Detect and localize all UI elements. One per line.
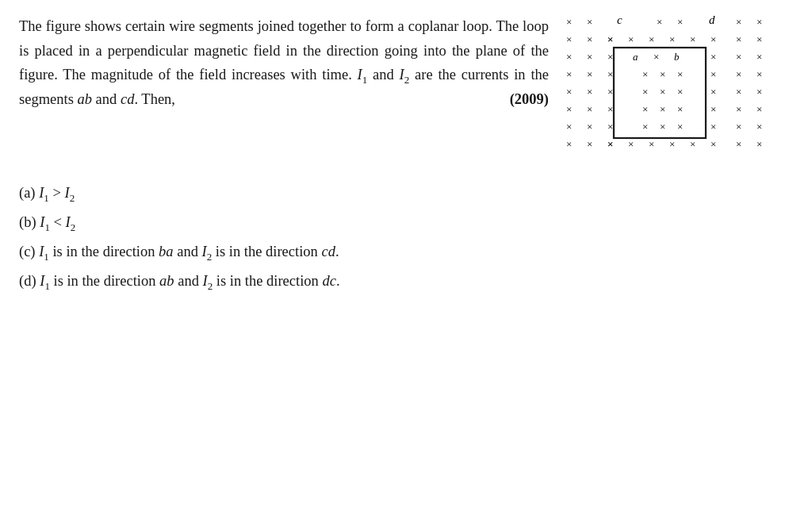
field-diagram: × × × × × × c d × × × ×: [563, 14, 779, 173]
svg-text:×: ×: [710, 51, 716, 63]
svg-text:×: ×: [736, 33, 741, 45]
svg-text:×: ×: [736, 68, 741, 80]
svg-text:×: ×: [710, 121, 716, 133]
svg-text:×: ×: [677, 16, 683, 28]
svg-text:×: ×: [566, 86, 572, 98]
svg-text:×: ×: [587, 16, 592, 28]
svg-text:×: ×: [642, 68, 648, 80]
svg-text:×: ×: [756, 103, 762, 115]
svg-text:×: ×: [607, 68, 613, 80]
svg-text:×: ×: [756, 51, 762, 63]
option-c: (c) I1 is in the direction ba and I2 is …: [19, 238, 793, 266]
svg-text:×: ×: [736, 121, 741, 133]
page-content: The figure shows certain wire segments j…: [19, 14, 793, 298]
svg-text:×: ×: [657, 16, 662, 28]
svg-text:×: ×: [587, 121, 592, 133]
svg-text:×: ×: [587, 138, 592, 150]
svg-text:×: ×: [677, 86, 683, 98]
option-b-label: (b): [19, 214, 40, 230]
svg-text:×: ×: [756, 86, 762, 98]
svg-text:×: ×: [669, 33, 675, 45]
svg-text:×: ×: [736, 103, 741, 115]
svg-text:×: ×: [710, 86, 716, 98]
svg-text:×: ×: [690, 138, 695, 150]
svg-text:×: ×: [736, 86, 741, 98]
svg-text:×: ×: [677, 68, 683, 80]
svg-text:×: ×: [566, 103, 572, 115]
svg-text:×: ×: [710, 33, 716, 45]
figure-area: × × × × × × c d × × × ×: [563, 14, 793, 173]
svg-text:×: ×: [587, 86, 592, 98]
svg-text:×: ×: [642, 86, 648, 98]
question-block: The figure shows certain wire segments j…: [19, 14, 793, 173]
svg-text:×: ×: [628, 33, 634, 45]
svg-text:×: ×: [677, 121, 683, 133]
svg-text:a: a: [633, 51, 638, 63]
option-c-label: (c): [19, 244, 39, 259]
svg-text:×: ×: [642, 103, 648, 115]
svg-text:×: ×: [677, 103, 683, 115]
svg-text:×: ×: [607, 138, 613, 150]
svg-text:×: ×: [642, 121, 648, 133]
svg-text:×: ×: [607, 33, 613, 45]
options-block: (a) I1 > I2 (b) I1 < I2 (c) I1 is in the…: [19, 179, 793, 296]
svg-text:×: ×: [566, 33, 572, 45]
svg-text:×: ×: [587, 103, 592, 115]
svg-text:×: ×: [736, 51, 741, 63]
svg-text:×: ×: [736, 16, 741, 28]
svg-text:×: ×: [660, 68, 665, 80]
svg-text:×: ×: [566, 51, 572, 63]
svg-text:×: ×: [607, 86, 613, 98]
svg-text:×: ×: [756, 121, 762, 133]
question-text: The figure shows certain wire segments j…: [19, 14, 549, 173]
svg-text:b: b: [674, 51, 680, 63]
option-b: (b) I1 < I2: [19, 209, 793, 236]
option-a-label: (a): [19, 185, 39, 201]
year-tag: (2009): [510, 87, 549, 112]
svg-text:×: ×: [660, 121, 665, 133]
svg-text:×: ×: [587, 51, 592, 63]
svg-text:×: ×: [649, 138, 654, 150]
option-d: (d) I1 is in the direction ab and I2 is …: [19, 267, 793, 295]
svg-text:×: ×: [587, 68, 592, 80]
svg-text:×: ×: [690, 33, 695, 45]
svg-text:d: d: [709, 14, 715, 26]
svg-text:×: ×: [607, 121, 613, 133]
svg-text:×: ×: [566, 68, 572, 80]
field-grid: × × × × × × c d × × × ×: [563, 14, 779, 173]
option-d-label: (d): [19, 273, 40, 289]
svg-text:×: ×: [628, 138, 634, 150]
svg-text:×: ×: [756, 16, 762, 28]
svg-text:c: c: [617, 14, 622, 26]
svg-text:×: ×: [566, 16, 572, 28]
svg-text:×: ×: [649, 33, 654, 45]
svg-text:×: ×: [710, 138, 716, 150]
svg-text:×: ×: [566, 138, 572, 150]
svg-text:×: ×: [756, 68, 762, 80]
svg-text:×: ×: [710, 103, 716, 115]
svg-text:×: ×: [660, 103, 665, 115]
svg-text:×: ×: [607, 51, 613, 63]
option-a: (a) I1 > I2: [19, 179, 793, 207]
svg-text:×: ×: [669, 138, 675, 150]
svg-text:×: ×: [756, 138, 762, 150]
svg-text:×: ×: [736, 138, 741, 150]
svg-text:×: ×: [660, 86, 665, 98]
svg-text:×: ×: [653, 51, 659, 63]
svg-text:×: ×: [566, 121, 572, 133]
svg-text:×: ×: [587, 33, 592, 45]
svg-text:×: ×: [710, 68, 716, 80]
svg-text:×: ×: [756, 33, 762, 45]
svg-text:×: ×: [607, 103, 613, 115]
